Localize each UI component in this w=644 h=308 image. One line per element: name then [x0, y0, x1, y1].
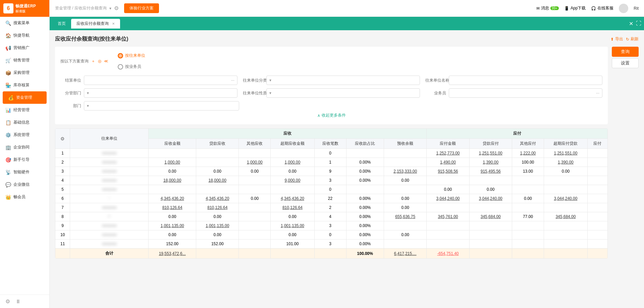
row-receivable-amount	[149, 185, 196, 194]
row-loan-payable	[469, 203, 512, 212]
row-payable-amount[interactable]: 1,490.00	[427, 158, 469, 167]
user-name[interactable]: Rit	[634, 6, 639, 11]
row-other-payable[interactable]: 1,222.00	[512, 149, 544, 158]
table-row: 2■■■■■■1,000.001,000.001,000.0010.00%1,4…	[55, 158, 608, 167]
sidebar-item-quick-nav[interactable]: 🏠 快捷导航	[0, 29, 49, 42]
collapse-sidebar-icon[interactable]: ⏸	[15, 299, 21, 305]
tab-bar-right: ✕ ⛶	[629, 20, 641, 27]
row-receivable-amount[interactable]: 18,000.00	[149, 176, 196, 185]
row-loan-receivable[interactable]: 4,345,436.20	[196, 194, 239, 203]
user-avatar[interactable]	[619, 4, 628, 13]
row-payable-amount[interactable]: 1,252,773.00	[427, 149, 469, 158]
filter-collapse-icon[interactable]: ≪	[104, 59, 108, 63]
header-settings-icon[interactable]: ⚙	[114, 5, 119, 11]
sidebar-item-marketing[interactable]: 📢 营销推广	[0, 42, 49, 54]
row-overdue-payable[interactable]: 1,390.00	[544, 158, 587, 167]
online-service-btn[interactable]: 🎧 在线客服	[591, 5, 613, 11]
row-overdue-receivable[interactable]: 9,000.00	[271, 176, 314, 185]
sub-menu-salesperson[interactable]: 按业务员	[115, 62, 148, 72]
filter-select-nature[interactable]: ▾	[266, 88, 420, 98]
row-receivable-ratio: 0.00%	[346, 176, 384, 185]
row-advance-balance[interactable]: 655,636.75	[384, 212, 427, 221]
row-overdue-payable[interactable]: 1,251,551.00	[544, 149, 587, 158]
tab-fullscreen-icon[interactable]: ⛶	[636, 20, 641, 27]
sidebar-item-basic[interactable]: 📋 基础信息	[0, 116, 49, 129]
row-payable-amount[interactable]: 3,044,240.00	[427, 194, 469, 203]
row-overdue-payable[interactable]: 3,044,240.00	[544, 194, 587, 203]
message-btn[interactable]: ✉ 消息 99+	[536, 5, 559, 11]
tab-close-icon[interactable]: ✕	[112, 22, 115, 26]
sidebar-item-finance[interactable]: 💰 资金管理	[3, 91, 47, 104]
filter-group-name: 往来单位名称	[425, 76, 602, 85]
filter-collapse-btn[interactable]: ∧ 收起更多条件	[60, 111, 602, 120]
filter-input-settlement[interactable]: ···	[84, 76, 237, 85]
footer-payable-amount[interactable]: -654,751.40	[427, 249, 469, 259]
sidebar-item-sales[interactable]: 🛒 销售管理	[0, 54, 49, 67]
sidebar-item-guide[interactable]: 🎯 新手引导	[0, 153, 49, 166]
row-overdue-payable[interactable]: 345,684.00	[544, 212, 587, 221]
set-btn[interactable]: 设置	[612, 58, 639, 68]
filter-select-dept[interactable]: ▾	[84, 88, 237, 98]
row-loan-payable[interactable]: 915,495.56	[469, 167, 512, 176]
tab-home[interactable]: 首页	[52, 19, 71, 29]
filter-settings-icon[interactable]: ◎	[98, 59, 101, 63]
sidebar-item-inventory[interactable]: 🏪 库存核算	[0, 79, 49, 91]
breadcrumb-dropdown-icon[interactable]: ▾	[109, 6, 111, 11]
row-advance-balance[interactable]: 2,153,333.00	[384, 167, 427, 176]
row-num: 10	[55, 230, 70, 239]
sidebar-item-operation[interactable]: 📊 经营管理	[0, 104, 49, 116]
sidebar-item-member[interactable]: 👑 畅会员	[0, 191, 49, 203]
filter-input-name[interactable]	[449, 76, 602, 85]
sidebar-item-search[interactable]: 🔍 搜索菜单	[0, 17, 49, 29]
row-loan-receivable[interactable]: 810,126.64	[196, 203, 239, 212]
row-loan-payable[interactable]: 1,251,551.00	[469, 149, 512, 158]
row-num: 7	[55, 203, 70, 212]
row-loan-receivable: 152.00	[196, 239, 239, 249]
row-overdue-receivable[interactable]: 4,345,436.20	[271, 194, 314, 203]
row-loan-receivable[interactable]: 18,000.00	[196, 176, 239, 185]
filter-add-icon[interactable]: ＋	[91, 58, 95, 64]
row-overdue-receivable[interactable]: 810,126.64	[271, 203, 314, 212]
row-counterparty: ■■■■■■	[70, 221, 149, 230]
row-loan-payable[interactable]: 345,684.00	[469, 212, 512, 221]
tab-arbalance[interactable]: 应收应付余额查询 ✕	[71, 19, 120, 29]
row-loan-payable[interactable]: 3,044,240.00	[469, 194, 512, 203]
row-overdue-receivable[interactable]: 1,001,135.00	[271, 221, 314, 230]
tab-home-label: 首页	[58, 21, 66, 27]
row-other-receivable[interactable]: 1,000.00	[239, 158, 271, 167]
table-settings-icon[interactable]: ⚙	[60, 136, 65, 141]
sub-menu-counterparty[interactable]: 按往来单位	[115, 51, 148, 60]
sub-menu-salesperson-label: 按业务员	[125, 64, 141, 70]
row-overdue-receivable[interactable]: 1,000.00	[271, 158, 314, 167]
row-receivable-amount[interactable]: 810,126.64	[149, 203, 196, 212]
row-overdue-payable	[544, 203, 587, 212]
row-loan-payable[interactable]: 1,390.00	[469, 158, 512, 167]
refresh-btn[interactable]: ↻ 刷新	[626, 36, 639, 42]
row-receivable-amount[interactable]: 4,345,436.20	[149, 194, 196, 203]
app-download-btn[interactable]: 📱 App下载	[564, 5, 586, 11]
tab-close-window-icon[interactable]: ✕	[629, 20, 633, 27]
col-payable-suffix: 应付	[587, 139, 607, 149]
filter-input-salesperson[interactable]: ···	[449, 88, 602, 98]
footer-receivable-amount[interactable]: 19,553,472,6...	[149, 249, 196, 259]
row-other-receivable	[239, 212, 271, 221]
sidebar-item-purchase[interactable]: 📦 采购管理	[0, 67, 49, 79]
settings-bottom-icon[interactable]: ⚙	[5, 298, 10, 305]
trial-btn[interactable]: 体验行业方案	[124, 3, 159, 13]
row-counterparty: ■■■■■■	[70, 176, 149, 185]
sidebar-item-hardware[interactable]: 📡 智能硬件	[0, 166, 49, 178]
row-receivable-amount[interactable]: 1,000.00	[149, 158, 196, 167]
table-settings-header[interactable]: ⚙	[55, 129, 70, 149]
row-payable-amount[interactable]: 345,761.00	[427, 212, 469, 221]
sidebar-item-wechat[interactable]: 💬 企业微信	[0, 178, 49, 191]
filter-select-subdept[interactable]: ▾	[84, 101, 239, 111]
footer-advance-balance[interactable]: 6,417,215....	[384, 249, 427, 259]
filter-select-category[interactable]: ▾	[266, 76, 420, 85]
sidebar-item-enterprise[interactable]: 🏢 企业协同	[0, 141, 49, 153]
query-btn[interactable]: 查询	[612, 47, 639, 57]
export-btn[interactable]: ⬆ 导出	[610, 36, 623, 42]
row-loan-receivable[interactable]: 1,001,135.00	[196, 221, 239, 230]
sidebar-item-system[interactable]: ⚙️ 系统管理	[0, 129, 49, 141]
row-payable-amount[interactable]: 915,508.56	[427, 167, 469, 176]
row-receivable-amount[interactable]: 1,001,135.00	[149, 221, 196, 230]
